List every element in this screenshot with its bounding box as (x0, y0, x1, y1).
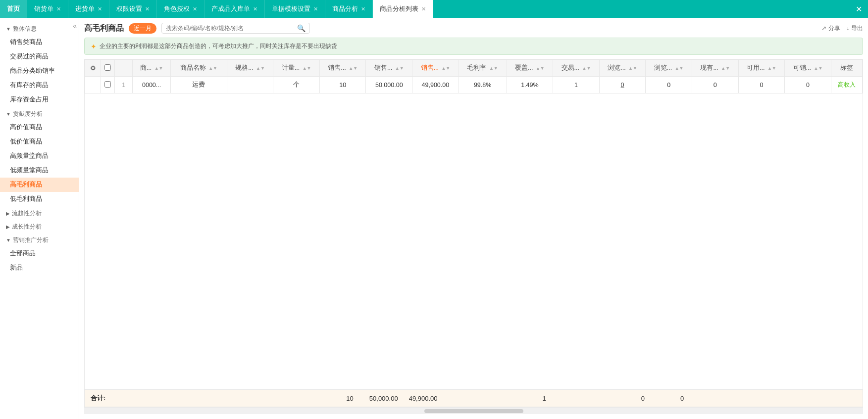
role-tab-close[interactable]: ✕ (193, 6, 197, 12)
permission-tab-close[interactable]: ✕ (145, 6, 150, 12)
row-views1-cell[interactable]: 0 (599, 77, 646, 93)
nav-tab-analysis[interactable]: 商品分析 ✕ (325, 0, 373, 18)
current-stock-sort-icon: ▲▼ (721, 66, 730, 71)
nav-tab-permission[interactable]: 权限设置 ✕ (109, 0, 157, 18)
nav-tab-template[interactable]: 单据模板设置 ✕ (265, 0, 325, 18)
search-input[interactable] (166, 25, 297, 32)
footer-current-stock: 0 (638, 395, 648, 402)
sidebar-item-high-margin[interactable]: 高毛利商品 (0, 178, 79, 192)
permission-tab-label: 权限设置 (116, 4, 142, 13)
nav-tab-sales[interactable]: 销货单 ✕ (27, 0, 68, 18)
sales-amount-sort-icon: ▲▼ (395, 66, 404, 71)
purchase-tab-close[interactable]: ✕ (98, 6, 102, 12)
header-actions: ↗ 分享 ↓ 导出 (821, 24, 863, 33)
asset-analysis-arrow: ▼ (6, 111, 11, 117)
col-available-stock[interactable]: 可用... ▲▼ (738, 60, 785, 77)
filter-recent-month-button[interactable]: 近一月 (129, 23, 156, 34)
sidebar-item-sales-goods[interactable]: 销售类商品 (0, 35, 79, 49)
scrollbar-thumb[interactable] (424, 409, 523, 413)
row-unit-cell: 个 (273, 77, 320, 93)
col-sales-amount[interactable]: 销售... ▲▼ (366, 60, 412, 77)
row-coverage-cell: 1.49% (507, 77, 553, 93)
export-button[interactable]: ↓ 导出 (846, 24, 863, 33)
footer-sales-qty: 10 (343, 395, 356, 402)
close-all-tabs-button[interactable]: ✕ (850, 0, 868, 18)
share-button[interactable]: ↗ 分享 (821, 24, 840, 33)
col-transactions[interactable]: 交易... ▲▼ (553, 60, 600, 77)
col-sales-qty[interactable]: 销售... ▲▼ (319, 60, 366, 77)
row-goods-code-cell[interactable]: 0000... (133, 77, 171, 93)
col-settings[interactable]: ⚙ (85, 60, 101, 77)
row-transactions-cell: 1 (553, 77, 600, 93)
growth-analysis-label: 成长性分析 (12, 223, 42, 231)
col-unit[interactable]: 计量... ▲▼ (273, 60, 320, 77)
sidebar-collapse-button[interactable]: « (73, 22, 77, 30)
nav-tab-role[interactable]: 角色授权 ✕ (157, 0, 204, 18)
sales-tab-close[interactable]: ✕ (56, 6, 61, 12)
analysis-tab-close[interactable]: ✕ (361, 6, 365, 12)
table-header-row: ⚙ 商... ▲▼ 商品名称 ▲▼ (85, 60, 863, 77)
sidebar-item-category-assist[interactable]: 商品分类助销率 (0, 64, 79, 78)
margin-rate-sort-icon: ▲▼ (489, 66, 498, 71)
col-goods-code[interactable]: 商... ▲▼ (133, 60, 171, 77)
sidebar: « ▼ 整体信息 销售类商品 交易过的商品 商品分类助销率 有库存的商品 库存资… (0, 18, 79, 419)
nav-tab-product-in[interactable]: 产成品入库单 ✕ (204, 0, 265, 18)
sidebar-group-marketing-analysis[interactable]: ▼ 营销推广分析 (0, 233, 79, 246)
sidebar-item-high-freq-high-stock[interactable]: 高频量堂商品 (0, 149, 79, 163)
content-header: 高毛利商品 近一月 🔍 ↗ 分享 ↓ 导出 (84, 23, 863, 34)
sidebar-item-capital-occupation[interactable]: 库存资金占用 (0, 93, 79, 107)
sidebar-group-growth-analysis[interactable]: ▶ 成长性分析 (0, 220, 79, 233)
footer-label: 合计: (91, 394, 105, 403)
sidebar-item-high-value[interactable]: 高价值商品 (0, 120, 79, 135)
col-current-stock[interactable]: 现有... ▲▼ (692, 60, 738, 77)
share-icon: ↗ (821, 25, 826, 32)
views1-link[interactable]: 0 (621, 82, 624, 89)
analysis-list-tab-label: 商品分析列表 (380, 4, 418, 13)
nav-tab-analysis-list[interactable]: 商品分析列表 ✕ (373, 0, 433, 18)
share-label: 分享 (828, 24, 840, 33)
sidebar-item-new-goods[interactable]: 新品 (0, 261, 79, 275)
col-sales-profit[interactable]: 销售... ▲▼ (412, 60, 459, 77)
nav-tab-home[interactable]: 首页 (0, 0, 27, 18)
template-tab-close[interactable]: ✕ (313, 6, 318, 12)
coverage-sort-icon: ▲▼ (536, 66, 545, 71)
sidebar-item-in-stock[interactable]: 有库存的商品 (0, 78, 79, 93)
col-views2[interactable]: 浏览... ▲▼ (646, 60, 692, 77)
col-tag[interactable]: 标签 (831, 60, 862, 77)
sales-tab-label: 销货单 (34, 4, 53, 13)
product-in-tab-close[interactable]: ✕ (253, 6, 257, 12)
row-checkbox[interactable] (104, 81, 111, 88)
search-icon[interactable]: 🔍 (297, 24, 306, 32)
sidebar-item-low-value[interactable]: 低价值商品 (0, 135, 79, 149)
row-sales-qty-cell: 10 (319, 77, 366, 93)
sidebar-group-asset-analysis[interactable]: ▼ 贡献度分析 (0, 107, 79, 120)
sidebar-item-traded-goods[interactable]: 交易过的商品 (0, 49, 79, 64)
row-goods-name-cell[interactable]: 运费 (171, 77, 227, 93)
horizontal-scrollbar[interactable] (84, 407, 863, 414)
sidebar-group-trend-analysis[interactable]: ▶ 流趋性分析 (0, 206, 79, 220)
col-goods-name[interactable]: 商品名称 ▲▼ (171, 60, 227, 77)
content-panel: 高毛利商品 近一月 🔍 ↗ 分享 ↓ 导出 ✦ 企业的主要的利润都是这部分商品创… (79, 18, 868, 419)
sidebar-item-low-freq-high-stock[interactable]: 低频量堂商品 (0, 163, 79, 178)
col-coverage[interactable]: 覆盖... ▲▼ (507, 60, 553, 77)
row-margin-rate-cell: 99.8% (459, 77, 507, 93)
sidebar-item-all-goods[interactable]: 全部商品 (0, 246, 79, 261)
unit-sort-icon: ▲▼ (303, 66, 311, 71)
col-saleable-stock[interactable]: 可销... ▲▼ (785, 60, 831, 77)
top-navigation: 首页 销货单 ✕ 进货单 ✕ 权限设置 ✕ 角色授权 ✕ 产成品入库单 ✕ 单据… (0, 0, 868, 18)
general-info-label: 整体信息 (13, 25, 37, 33)
sidebar-item-low-margin[interactable]: 低毛利商品 (0, 192, 79, 206)
sales-profit-sort-icon: ▲▼ (441, 66, 450, 71)
col-margin-rate[interactable]: 毛利率 ▲▼ (459, 60, 507, 77)
analysis-list-tab-close[interactable]: ✕ (421, 6, 426, 12)
col-spec[interactable]: 规格... ▲▼ (227, 60, 273, 77)
col-views1[interactable]: 浏览... ▲▼ (599, 60, 646, 77)
nav-tab-purchase[interactable]: 进货单 ✕ (68, 0, 109, 18)
trend-analysis-label: 流趋性分析 (12, 209, 42, 218)
spec-sort-icon: ▲▼ (256, 66, 265, 71)
row-checkbox-cell[interactable] (101, 77, 115, 93)
sidebar-group-general-info[interactable]: ▼ 整体信息 (0, 22, 79, 35)
select-all-checkbox[interactable] (104, 64, 111, 71)
marketing-analysis-arrow: ▼ (6, 237, 11, 243)
col-checkbox[interactable] (101, 60, 115, 77)
